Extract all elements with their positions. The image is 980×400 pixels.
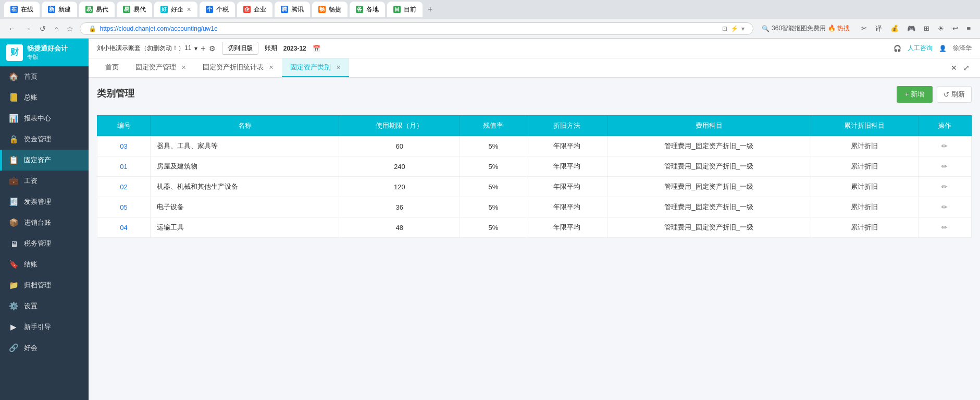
sidebar-item-ledger[interactable]: 📒 总账	[0, 87, 89, 108]
add-account-button[interactable]: +	[201, 44, 205, 53]
sidebar-item-more[interactable]: 🔗 好会	[0, 337, 89, 358]
browser-tab-5[interactable]: 个 个税	[200, 2, 235, 17]
settings-gear-button[interactable]: ⚙	[209, 44, 216, 53]
page-tab-depreciation[interactable]: 固定资产折旧统计表 ✕	[194, 58, 282, 77]
tab-collapse-button[interactable]: ✕	[949, 62, 959, 74]
sidebar-item-fixed-assets[interactable]: 📋 固定资产	[0, 150, 89, 171]
refresh-label: 刷新	[951, 90, 965, 99]
home-nav-button[interactable]: ⌂	[52, 22, 60, 35]
undo-icon[interactable]: ↩	[949, 22, 961, 34]
browser-tab-7[interactable]: 腾 腾讯	[275, 2, 310, 17]
cut-icon[interactable]: ✂	[858, 22, 870, 34]
tax-icon: 🖥	[8, 238, 19, 249]
more-icon: 🔗	[8, 343, 19, 353]
browser-tab-3[interactable]: 易 易代	[117, 2, 152, 17]
refresh-icon: ↺	[944, 91, 949, 99]
page-tab-category-close[interactable]: ✕	[336, 64, 341, 71]
switch-version-button[interactable]: 切到旧版	[222, 42, 258, 55]
game-icon[interactable]: 🎮	[904, 22, 919, 34]
reload-button[interactable]: ↺	[38, 22, 48, 35]
dropdown-icon[interactable]: ▾	[741, 25, 745, 32]
sidebar-item-stock[interactable]: 📦 进销台账	[0, 212, 89, 233]
sidebar-item-invoices[interactable]: 🧾 发票管理	[0, 191, 89, 212]
calendar-icon[interactable]: 📅	[313, 45, 320, 52]
sidebar-item-home[interactable]: 🏠 首页	[0, 66, 89, 87]
cell-code-4: 04	[97, 217, 151, 238]
top-bar: 刘小艳演示账套（勿删勿动！）11 ▾ + ⚙ 切到旧版 账期 2023-12 📅…	[89, 39, 980, 58]
page-tab-home[interactable]: 首页	[97, 58, 127, 77]
browser-tab-10[interactable]: 目 目前	[387, 2, 423, 17]
sidebar-item-payroll[interactable]: 💼 工资	[0, 171, 89, 191]
sidebar-label-invoices: 发票管理	[24, 197, 51, 207]
header-method: 折旧方法	[527, 116, 607, 136]
browser-tab-6[interactable]: 企 企业	[237, 2, 272, 17]
browser-tab-label-8: 畅捷	[329, 5, 341, 14]
logo-text: 畅捷通好会计	[27, 44, 68, 53]
cell-action-1[interactable]: ✏	[918, 156, 971, 177]
cell-action-4[interactable]: ✏	[918, 217, 971, 238]
browser-tab-2[interactable]: 易 易代	[79, 2, 115, 17]
refresh-button[interactable]: ↺ 刷新	[937, 86, 972, 103]
cell-action-0[interactable]: ✏	[918, 136, 971, 156]
page-tab-depreciation-close[interactable]: ✕	[269, 64, 274, 71]
cell-action-2[interactable]: ✏	[918, 177, 971, 197]
cell-residual-0: 5%	[460, 136, 527, 156]
browser-tab-8[interactable]: 畅 畅捷	[312, 2, 348, 17]
edit-icon-4[interactable]: ✏	[941, 223, 948, 232]
cell-name-2: 机器、机械和其他生产设备	[151, 177, 339, 197]
page-tab-bar: 首页 固定资产管理 ✕ 固定资产折旧统计表 ✕ 固定资产类别 ✕ ✕ ⤢	[89, 58, 980, 78]
user-dropdown-icon[interactable]: ▾	[194, 45, 197, 52]
cell-action-3[interactable]: ✏	[918, 197, 971, 217]
browser-tab-label-10: 目前	[404, 5, 416, 14]
browser-tab-4[interactable]: 好 好企 ✕	[154, 2, 197, 17]
page-tab-fixed-mgmt-close[interactable]: ✕	[181, 64, 186, 71]
url-bar[interactable]: 🔒 https://cloud.chanjet.com/accounting/u…	[80, 22, 753, 35]
funds-icon: 🔒	[8, 134, 19, 144]
cell-months-3: 36	[339, 197, 460, 217]
brightness-icon[interactable]: ☀	[935, 22, 947, 34]
page-tab-fixed-mgmt[interactable]: 固定资产管理 ✕	[127, 58, 194, 77]
browser-tab-9[interactable]: 各 各地	[350, 2, 385, 17]
add-button[interactable]: + 新增	[897, 86, 933, 103]
menu-icon[interactable]: ≡	[963, 22, 974, 34]
cell-method-0: 年限平均	[527, 136, 607, 156]
browser-tab-close-4[interactable]: ✕	[187, 6, 191, 13]
logo-icon: 财	[6, 44, 23, 61]
forward-button[interactable]: →	[22, 22, 33, 35]
sidebar-item-tax[interactable]: 🖥 税务管理	[0, 233, 89, 254]
browser-tab-0[interactable]: 在 在线	[4, 2, 40, 17]
edit-icon-1[interactable]: ✏	[941, 162, 948, 171]
closing-icon: 🔖	[8, 259, 19, 270]
tab-favicon-1: 新	[48, 6, 55, 13]
table-row: 03 器具、工具、家具等 60 5% 年限平均 管理费用_固定资产折旧_一级 累…	[97, 136, 972, 156]
edit-icon-3[interactable]: ✏	[941, 203, 948, 211]
bookmark-button[interactable]: ☆	[65, 22, 76, 35]
edit-icon-0[interactable]: ✏	[941, 142, 948, 150]
tab-expand-button[interactable]: ⤢	[961, 62, 972, 74]
cell-expense-0: 管理费用_固定资产折旧_一级	[607, 136, 811, 156]
browser-tab-1[interactable]: 新 新建	[42, 2, 77, 17]
browser-tab-label-6: 企业	[254, 5, 266, 14]
header-accumulated: 累计折旧科目	[811, 116, 918, 136]
wallet-icon[interactable]: 💰	[887, 22, 902, 34]
consult-label[interactable]: 人工咨询	[908, 44, 933, 53]
sidebar-item-reports[interactable]: 📊 报表中心	[0, 108, 89, 129]
edit-icon-2[interactable]: ✏	[941, 183, 948, 191]
search-placeholder: 360智能抠图免费用	[772, 24, 826, 33]
new-tab-button[interactable]: +	[425, 5, 436, 14]
sidebar-item-guide[interactable]: ▶ 新手引导	[0, 317, 89, 337]
period-value: 2023-12	[283, 45, 306, 52]
sidebar-item-closing[interactable]: 🔖 结账	[0, 254, 89, 275]
page-tab-fixed-mgmt-label: 固定资产管理	[135, 63, 176, 72]
page-tab-category[interactable]: 固定资产类别 ✕	[282, 58, 349, 77]
sidebar-item-archive[interactable]: 📁 归档管理	[0, 275, 89, 296]
ledger-icon: 📒	[8, 92, 19, 103]
back-button[interactable]: ←	[6, 22, 18, 35]
sidebar-item-funds[interactable]: 🔒 资金管理	[0, 129, 89, 150]
cell-method-2: 年限平均	[527, 177, 607, 197]
address-bar: ← → ↺ ⌂ ☆ 🔒 https://cloud.chanjet.com/ac…	[0, 19, 980, 39]
browser-tab-label-2: 易代	[96, 5, 108, 14]
grid-icon[interactable]: ⊞	[921, 22, 933, 34]
translate-icon[interactable]: 译	[872, 22, 885, 35]
sidebar-item-settings[interactable]: ⚙️ 设置	[0, 296, 89, 317]
